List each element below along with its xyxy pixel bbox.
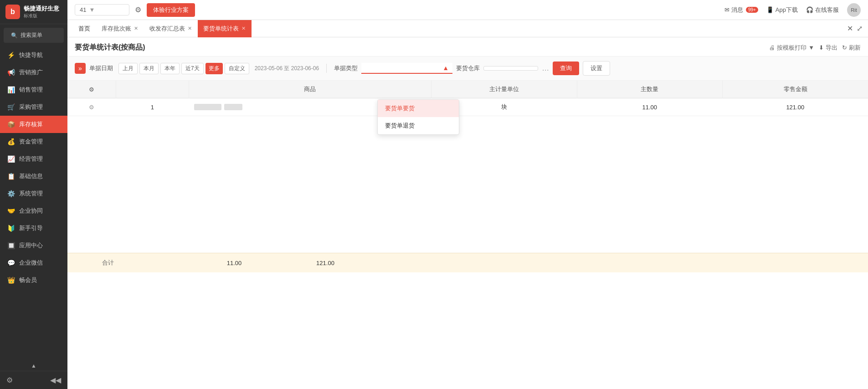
sidebar-item-inventory[interactable]: 📦 库存核算 (0, 116, 67, 133)
table-row: ⚙ 1 块 11.00 121.00 (67, 98, 868, 116)
sidebar-item-label: 系统管理 (19, 189, 43, 198)
main-area: 41 ▼ ⚙ 体验行业方案 ✉ 消息 99+ 📱 App下载 🎧 在线客服 Ri… (67, 0, 868, 389)
type-filter-label: 单据类型 (334, 64, 358, 72)
sidebar-item-label: 营销推广 (19, 68, 43, 77)
page-container: 要货单统计表(按商品) 🖨 按模板打印 ▼ ⬇ 导出 ↻ 刷新 (67, 37, 868, 389)
sidebar-item-wechat[interactable]: 💬 企业微信 (0, 254, 67, 271)
close-tab-receive-summary[interactable]: ✕ (188, 26, 192, 31)
sidebar-item-basic[interactable]: 📋 基础信息 (0, 168, 67, 185)
wechat-icon: 💬 (6, 259, 15, 266)
sidebar-item-system[interactable]: ⚙️ 系统管理 (0, 185, 67, 202)
tab-receive-summary[interactable]: 收发存汇总表 ✕ (144, 20, 198, 37)
sidebar-item-member[interactable]: 👑 畅会员 (0, 271, 67, 289)
sidebar-item-marketing[interactable]: 📢 营销推广 (0, 64, 67, 81)
sidebar-scroll-up-btn[interactable]: ▲ (31, 363, 36, 369)
system-icon: ⚙️ (6, 190, 15, 197)
print-template-btn[interactable]: 🖨 按模板打印 ▼ (769, 44, 814, 52)
type-filter-select[interactable]: ▲ (361, 63, 452, 74)
sidebar-item-app-center[interactable]: 🔲 应用中心 (0, 237, 67, 254)
marketing-icon: 📢 (6, 69, 15, 76)
filter-more-options-btn[interactable]: … (542, 64, 549, 72)
this-year-btn[interactable]: 本年 (160, 63, 180, 74)
page-title: 要货单统计表(按商品) (75, 43, 145, 52)
message-icon: ✉ (724, 6, 729, 13)
close-tab-inventory-batch[interactable]: ✕ (134, 26, 138, 31)
store-selector[interactable]: 41 ▼ (75, 4, 129, 15)
total-row: 合计 11.00 121.00 (67, 253, 868, 272)
dropdown-item-requisition-return[interactable]: 要货单退货 (378, 117, 459, 134)
export-btn[interactable]: ⬇ 导出 (819, 44, 837, 52)
headset-icon: 🎧 (806, 6, 813, 13)
tab-requisition-stats[interactable]: 要货单统计表 ✕ (198, 20, 252, 37)
date-buttons: 上月 本月 本年 近7天 更多 自定义 (118, 63, 249, 74)
logo-area: b 畅捷通好生意 标准版 (0, 0, 67, 24)
sidebar-item-purchase[interactable]: 🛒 采购管理 (0, 98, 67, 116)
settings-btn[interactable]: 设置 (583, 61, 610, 76)
guide-icon: 🔰 (6, 225, 15, 232)
last-7-days-btn[interactable]: 近7天 (181, 63, 204, 74)
sidebar-item-label: 企业协同 (19, 207, 43, 215)
sidebar-item-finance[interactable]: 💰 资金管理 (0, 133, 67, 150)
sidebar-item-enterprise[interactable]: 🤝 企业协同 (0, 202, 67, 220)
sidebar-item-label: 基础信息 (19, 172, 43, 180)
col-settings[interactable]: ⚙ (67, 81, 116, 98)
refresh-btn[interactable]: ↻ 刷新 (842, 44, 861, 52)
collapse-sidebar-btn[interactable]: ◀◀ (50, 376, 61, 384)
col-product: 商品 (189, 81, 431, 98)
user-avatar[interactable]: Rit (847, 3, 861, 17)
filter-expand-btn[interactable]: » (75, 63, 86, 74)
query-btn[interactable]: 查询 (553, 61, 579, 75)
tab-inventory-batch[interactable]: 库存批次账 ✕ (96, 20, 144, 37)
more-dates-btn[interactable]: 更多 (205, 63, 223, 74)
dropdown-item-requisition-order[interactable]: 要货单要货 (378, 100, 459, 117)
sidebar-item-label: 采购管理 (19, 103, 43, 111)
this-month-btn[interactable]: 本月 (139, 63, 159, 74)
purchase-icon: 🛒 (6, 103, 15, 111)
date-range-display: 2023-05-06 至 2023-06-06 (255, 65, 319, 72)
expand-tab-btn[interactable]: ⤢ (857, 24, 863, 33)
total-qty: 11.00 (189, 260, 280, 266)
data-table: ⚙ 商品 主计量单位 主数量 零售金额 ⚙ 1 (67, 81, 868, 116)
row-settings-btn[interactable]: ⚙ (67, 98, 116, 116)
close-tab-requisition-stats[interactable]: ✕ (241, 26, 246, 31)
chevron-down-icon: ▼ (89, 6, 95, 13)
row-amount: 121.00 (723, 98, 868, 116)
sidebar-item-label: 资金管理 (19, 138, 43, 146)
warehouse-filter-input[interactable] (483, 66, 538, 71)
filter-divider (326, 64, 327, 73)
settings-footer-icon[interactable]: ⚙ (6, 376, 13, 384)
sidebar-item-guide[interactable]: 🔰 新手引导 (0, 220, 67, 237)
filter-bar: » 单据日期 上月 本月 本年 近7天 更多 自定义 2023-05-06 至 … (67, 56, 868, 81)
page-header: 要货单统计表(按商品) 🖨 按模板打印 ▼ ⬇ 导出 ↻ 刷新 (67, 37, 868, 56)
close-all-tabs-btn[interactable]: ✕ (847, 24, 853, 33)
sidebar-item-label: 库存核算 (19, 120, 43, 128)
last-month-btn[interactable]: 上月 (118, 63, 138, 74)
sidebar-item-sales[interactable]: 📊 销售管理 (0, 81, 67, 98)
custom-date-btn[interactable]: 自定义 (225, 63, 249, 74)
page-actions: 🖨 按模板打印 ▼ ⬇ 导出 ↻ 刷新 (769, 44, 861, 52)
sales-icon: 📊 (6, 86, 15, 93)
sidebar-item-operations[interactable]: 📈 经营管理 (0, 150, 67, 168)
sidebar-item-label: 经营管理 (19, 155, 43, 163)
sidebar-item-quick-nav[interactable]: ⚡ 快捷导航 (0, 46, 67, 64)
settings-gear-btn[interactable]: ⚙ (135, 5, 141, 14)
app-download-btn[interactable]: 📱 App下载 (766, 6, 798, 14)
tabs-bar: 首页 库存批次账 ✕ 收发存汇总表 ✕ 要货单统计表 ✕ ✕ ⤢ (67, 20, 868, 37)
online-service-btn[interactable]: 🎧 在线客服 (806, 6, 839, 14)
search-menu[interactable]: 🔍 搜索菜单 (4, 28, 64, 43)
messages-btn[interactable]: ✉ 消息 99+ (724, 6, 758, 14)
logo-text: 畅捷通好生意 标准版 (24, 5, 59, 19)
sidebar-item-label: 快捷导航 (19, 51, 43, 59)
sidebar-nav: ⚡ 快捷导航 📢 营销推广 📊 销售管理 🛒 采购管理 📦 库存核算 💰 资金管… (0, 46, 67, 361)
operations-icon: 📈 (6, 155, 15, 163)
print-icon: 🖨 (769, 44, 775, 51)
trial-btn[interactable]: 体验行业方案 (147, 3, 195, 17)
table-container: ⚙ 商品 主计量单位 主数量 零售金额 ⚙ 1 (67, 81, 868, 116)
tab-home[interactable]: 首页 (73, 20, 96, 37)
row-qty: 11.00 (577, 98, 722, 116)
col-index (116, 81, 189, 98)
product-name-placeholder (194, 104, 221, 110)
sidebar: b 畅捷通好生意 标准版 🔍 搜索菜单 ⚡ 快捷导航 📢 营销推广 📊 销售管理… (0, 0, 67, 389)
col-qty: 主数量 (577, 81, 722, 98)
col-amount: 零售金额 (723, 81, 868, 98)
